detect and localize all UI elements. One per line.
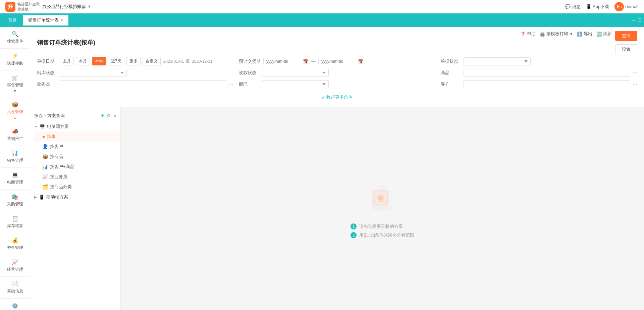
tree-item-by-customer-goods[interactable]: 📊 按客户+商品 [34,162,120,172]
goods-more-icon[interactable]: ··· [633,70,637,76]
sidebar-item-marketing[interactable]: 📣 营销推广 [0,124,30,146]
sidebar-item-system-mgmt[interactable]: ⚙️ 系统管理 [0,299,30,310]
tip-num-1: 1 [351,223,357,229]
sidebar-item-inventory[interactable]: 📋 库存核算 [0,211,30,233]
goods-label: 商品 [441,70,461,76]
search-menu-icon: 🔍 [12,31,18,37]
page-title-row: 销售订单统计表(按单) ❓ 帮助 🖨️ 按模板打印 ▼ ⬇️ [37,31,637,54]
setting-button[interactable]: 设置 [615,44,637,54]
expected-date-from-input[interactable] [263,58,300,65]
ecom-mgmt-icon: 💻 [12,172,18,178]
top-bar-left: 好 畅捷通好生意 标准版 办公用品行业模拟账套 ▼ [5,2,92,12]
dept-label: 部门 [239,81,259,87]
tab-home[interactable]: 首页 [3,15,22,25]
sidebar-item-ecom-mgmt[interactable]: 💻 电商管理 [0,168,30,190]
tree-item-label: 按商品 [50,154,63,160]
sidebar-item-label: 资金管理 [7,245,23,251]
sidebar-item-retail-mgmt[interactable]: 🛒 零售管理 ▼ [0,70,30,97]
dept-select[interactable] [262,80,329,88]
sidebar-item-label: 库存核算 [7,223,23,229]
tree-expand-icon: ▼ [34,125,38,128]
receive-status-select[interactable] [262,69,329,77]
date-label: 单据日期 [37,58,57,64]
tree-item-label: 按客户 [50,144,63,150]
tree-item-by-customer[interactable]: 👤 按客户 [34,142,120,152]
filter-area: 销售订单统计表(按单) ❓ 帮助 🖨️ 按模板打印 ▼ ⬇️ [30,27,644,107]
customer-input[interactable] [464,80,630,88]
page-title: 销售订单统计表(按单) [37,39,95,47]
sidebar-item-search-menu[interactable]: 🔍 搜索菜单 [0,27,30,49]
date-more-btn[interactable]: 更多 [126,57,141,65]
status-select[interactable] [464,57,531,65]
window-minimize-icon[interactable]: ─ [632,17,635,23]
help-btn[interactable]: ❓ 帮助 [520,31,536,37]
date-last7-btn[interactable]: 近7天 [108,57,124,65]
panel-collapse-icon[interactable]: « [114,113,116,118]
sidebar-item-label: 采购管理 [7,201,23,207]
expected-date-to-input[interactable] [318,58,355,65]
ship-status-filter-item: 出库状态 [37,69,233,77]
tree-item-by-salesperson[interactable]: 📈 按业务员 [34,172,120,182]
sidebar-item-wholesale-mgmt[interactable]: 📦 批发管理 ▲ [0,97,30,124]
receive-status-filter-item: 收款状态 [239,69,435,77]
window-maximize-icon[interactable]: □ [638,17,641,23]
user-area[interactable]: Ea demo2 [614,2,639,11]
refresh-btn[interactable]: 🔄 刷新 [596,31,612,37]
ship-status-select[interactable] [60,69,127,77]
tree-mobile-icon: 📱 [39,195,44,200]
sidebar-item-purchase-mgmt[interactable]: 🛍️ 采购管理 [0,190,30,211]
tree-mobile-label: 移动端方案 [46,194,68,200]
add-scheme-btn[interactable]: + [101,113,104,119]
tab-sales-order-stats[interactable]: 销售订单统计表 × [23,15,68,25]
message-btn[interactable]: 💬 消息 [565,4,581,10]
logo-text: 畅捷通好生意 标准版 [17,2,40,11]
sidebar-item-label: 零售管理 [7,82,23,88]
export-icon: ⬇️ [577,32,582,37]
system-mgmt-icon: ⚙️ [12,303,18,309]
print-icon: 🖨️ [540,32,545,37]
empty-tips: 1 请先选择要分析的方案 2 用[过滤]条件来缩小分析范围 [351,223,414,238]
calendar-icon-1[interactable]: 📅 [303,59,309,64]
date-custom-btn[interactable]: 自定义 [143,57,161,65]
calendar-icon-2[interactable]: 📅 [358,59,364,64]
template-print-btn[interactable]: 🖨️ 按模板打印 ▼ [540,31,573,37]
customer-more-icon[interactable]: ··· [633,81,637,87]
chevron-up-icon: ▲ [13,116,17,120]
tree-item-by-goods[interactable]: 📦 按商品 [34,152,120,162]
sidebar-item-operations[interactable]: 📈 经营管理 [0,255,30,277]
goods-filter-item: 商品 ··· [441,69,637,77]
scheme-settings-icon[interactable]: ⚙ [107,113,111,118]
tree-by-sp-icon: 📈 [42,174,48,179]
salesperson-input[interactable] [60,80,226,88]
logo-icon: 好 [5,2,15,12]
empty-illustration [362,179,402,219]
chevron-down-icon: ▼ [13,89,17,93]
sidebar-item-finance[interactable]: 💰 资金管理 [0,233,30,255]
empty-tip-1: 1 请先选择要分析的方案 [351,223,414,229]
sidebar-item-basic-info[interactable]: 📄 基础信息 [0,277,30,299]
goods-input[interactable] [464,69,630,77]
operations-icon: 📈 [12,259,18,265]
tree-item-by-order[interactable]: ● 按单 [34,132,120,142]
logo-area: 好 畅捷通好生意 标准版 [5,2,40,12]
sidebar-item-sales-mgmt[interactable]: 📊 销售管理 [0,146,30,168]
sidebar-item-quick-nav[interactable]: ⚡ 快捷导航 [0,49,30,70]
page-content: 销售订单统计表(按单) ❓ 帮助 🖨️ 按模板打印 ▼ ⬇️ [30,27,644,310]
export-btn[interactable]: ⬇️ 导出 [577,31,592,37]
tab-close-icon[interactable]: × [61,18,63,22]
app-download-btn[interactable]: 📱 App下载 [586,4,609,10]
finance-icon: 💰 [12,237,18,244]
query-button[interactable]: 查询 [615,31,637,41]
date-this-year-btn[interactable]: 本年 [92,57,106,65]
collapse-btn[interactable]: ∧ 收起更多条件 [37,92,637,103]
date-this-month-btn[interactable]: 本月 [76,57,90,65]
tree-item-by-goods-category[interactable]: 🗂️ 按商品分类 [34,182,120,192]
salesperson-more-icon[interactable]: ··· [229,81,233,87]
customer-label: 客户 [441,81,461,87]
date-last-month-btn[interactable]: 上月 [60,57,74,65]
tree-section-desktop[interactable]: ▼ 🖥️ 电脑端方案 [30,121,120,132]
inventory-icon: 📋 [12,215,18,222]
tree-section-mobile[interactable]: ▶ 📱 移动端方案 [30,192,120,202]
expected-date-filter-item: 预计交货期 📅 — 📅 [239,58,435,65]
customer-filter-item: 客户 ··· [441,80,637,88]
